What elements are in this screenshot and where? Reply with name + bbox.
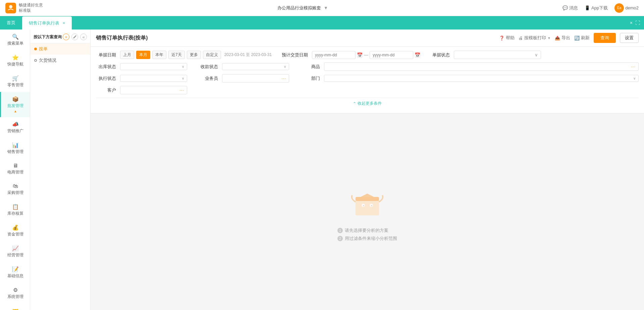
date-group: 上月 本月 本年 近7天 更多 自定义 2023-03-01 至 2023-03… [120, 51, 272, 59]
date-btn-this-month[interactable]: 本月 [136, 51, 150, 59]
collapse-btn[interactable]: ⌃ 收起更多条件 [352, 99, 383, 108]
sidebar-item-enterprise[interactable]: 🤝 企业协同 [0, 304, 30, 310]
filter-area: 单据日期 上月 本月 本年 近7天 更多 自定义 2023-03-01 至 20… [91, 47, 644, 113]
search-icon: 🔍 [12, 34, 19, 40]
sidebar-item-retail[interactable]: 🛒 零售管理 [0, 71, 30, 92]
execution-select[interactable]: ∨ [120, 75, 187, 82]
query-button[interactable]: 查询 [594, 33, 616, 43]
export-btn[interactable]: 📤 导出 [555, 35, 570, 41]
header-right: 💬 消息 📱 App下载 Ea demo2 [562, 3, 639, 13]
svg-rect-2 [356, 197, 379, 201]
date-calendar-icon-start[interactable]: 📅 [357, 52, 363, 58]
sidebar-item-finance[interactable]: 💰 资金管理 [0, 220, 30, 241]
expected-date-end[interactable] [370, 51, 413, 59]
sidebar-item-system[interactable]: ⚙ 系统管理 [0, 283, 30, 304]
receipt-select[interactable]: ∨ [222, 63, 289, 70]
tab-sales-order[interactable]: 销售订单执行表 × [22, 16, 72, 30]
outbound-select[interactable]: ∨ [120, 63, 187, 70]
user-menu[interactable]: Ea demo2 [614, 3, 639, 13]
empty-hint-2: 2 用过滤条件来缩小分析范围 [337, 236, 397, 242]
collapse-panel-btn[interactable]: « [80, 34, 87, 40]
logo-icon [5, 3, 16, 13]
execution-label: 执行状态 [96, 75, 116, 82]
menu-item-by-order[interactable]: 按单 [30, 43, 90, 55]
date-btn-custom[interactable]: 自定义 [203, 51, 221, 59]
sidebar-item-marketing[interactable]: 📣 营销推广 [0, 117, 30, 138]
sidebar-quick-nav[interactable]: ⭐ 快捷导航 [0, 50, 30, 71]
expected-date-label: 预计交货日期 [281, 52, 308, 58]
right-content: 销售订单执行表(按单) ❓ 帮助 🖨 按模板打印 ▼ 📤 导出 [91, 30, 644, 310]
date-btn-prev-month[interactable]: 上月 [120, 51, 134, 59]
app-name: 办公用品行业模拟账套 [277, 5, 321, 11]
filter-row-4: 客户 ··· [96, 86, 639, 94]
date-calendar-icon-end[interactable]: 📅 [415, 52, 420, 58]
left-panel-actions: + « [63, 34, 87, 40]
date-dash: — [364, 52, 368, 57]
left-panel-title: 按以下方案查询 [34, 34, 62, 40]
logo-area: 畅捷通好生意 标准版 [5, 3, 43, 13]
help-btn[interactable]: ❓ 帮助 [499, 35, 515, 41]
svg-point-0 [9, 5, 12, 8]
refresh-icon: 🔄 [574, 36, 580, 41]
page-header: 销售订单执行表(按单) ❓ 帮助 🖨 按模板打印 ▼ 📤 导出 [91, 30, 644, 47]
salesperson-dots-icon: ··· [281, 76, 286, 81]
hint-number-1: 1 [337, 228, 343, 233]
filter-row-3: 执行状态 ∨ 业务员 ··· 部门 ∨ [96, 74, 639, 83]
tab-home[interactable]: 首页 [0, 16, 22, 30]
filter-row-1: 单据日期 上月 本月 本年 近7天 更多 自定义 2023-03-01 至 20… [96, 51, 639, 59]
app-download-btn[interactable]: 📱 App下载 [585, 5, 608, 11]
message-btn[interactable]: 💬 消息 [562, 5, 578, 11]
sidebar-item-wholesale[interactable]: 📦 批发管理 ▲ [0, 92, 30, 117]
page-title: 销售订单执行表(按单) [96, 35, 148, 42]
sidebar-item-ecommerce[interactable]: 🖥 电商管理 [0, 159, 30, 179]
sidebar-item-basic[interactable]: 📝 基础信息 [0, 262, 30, 283]
receipt-arrow-icon: ∨ [284, 65, 286, 68]
status-select[interactable]: ∨ [454, 51, 541, 59]
sidebar-item-operation[interactable]: 📈 经营管理 [0, 241, 30, 262]
top-header: 畅捷通好生意 标准版 办公用品行业模拟账套 ▼ 💬 消息 📱 App下载 Ea … [0, 0, 644, 16]
svg-point-6 [371, 205, 372, 206]
menu-item-shortage[interactable]: 欠货情况 [30, 55, 90, 66]
sidebar-item-purchase[interactable]: 🛍 采购管理 [0, 179, 30, 200]
message-icon: 💬 [562, 5, 568, 10]
edit-scheme-btn[interactable] [71, 34, 78, 40]
empty-illustration [347, 182, 387, 222]
print-dropdown-icon[interactable]: ▼ [547, 36, 551, 40]
window-expand-icon[interactable]: ⛶ [635, 20, 640, 25]
window-close-icon[interactable]: × [630, 20, 633, 25]
inner-layout: 按以下方案查询 + « 按单 欠货情况 [30, 30, 644, 310]
refresh-btn[interactable]: 🔄 刷新 [574, 35, 590, 41]
dept-select[interactable]: ∨ [324, 75, 639, 82]
goods-select[interactable]: ··· [324, 62, 639, 71]
collapse-icon: ⌃ [353, 101, 356, 106]
settings-button[interactable]: 设置 [620, 33, 639, 43]
expected-date-start[interactable] [312, 51, 356, 59]
customer-label: 客户 [96, 87, 116, 93]
hint-number-2: 2 [337, 236, 343, 241]
salesperson-select[interactable]: ··· [222, 74, 289, 83]
tab-bar-controls: × ⛶ [630, 20, 644, 25]
customer-select[interactable]: ··· [120, 86, 187, 94]
active-dot [34, 48, 37, 50]
add-scheme-btn[interactable]: + [63, 34, 69, 40]
header-center: 办公用品行业模拟账套 ▼ [277, 5, 328, 11]
outbound-arrow-icon: ∨ [182, 65, 184, 68]
page-actions: ❓ 帮助 🖨 按模板打印 ▼ 📤 导出 🔄 刷新 [499, 33, 639, 43]
date-btn-last7[interactable]: 近7天 [168, 51, 185, 59]
goods-label: 商品 [300, 64, 320, 70]
dept-arrow-icon: ∨ [633, 76, 636, 80]
filter-row-2: 出库状态 ∨ 收款状态 ∨ 商品 ··· [96, 62, 639, 71]
expand-icon: ▲ [14, 109, 17, 113]
dropdown-icon[interactable]: ▼ [324, 5, 328, 10]
sidebar-search[interactable]: 🔍 搜索菜单 [0, 30, 30, 50]
execution-arrow-icon: ∨ [182, 76, 184, 80]
print-btn[interactable]: 🖨 按模板打印 ▼ [519, 35, 551, 41]
date-btn-this-year[interactable]: 本年 [152, 51, 166, 59]
sidebar-item-sales[interactable]: 📊 销售管理 [0, 138, 30, 159]
expected-date-group: 📅 — 📅 [312, 51, 420, 59]
tab-close-icon[interactable]: × [63, 21, 65, 25]
download-icon: 📱 [585, 5, 590, 10]
date-btn-more[interactable]: 更多 [187, 51, 201, 59]
sidebar-item-inventory[interactable]: 📋 库存核算 [0, 200, 30, 220]
empty-hints: 1 请先选择要分析的方案 2 用过滤条件来缩小分析范围 [337, 227, 397, 242]
